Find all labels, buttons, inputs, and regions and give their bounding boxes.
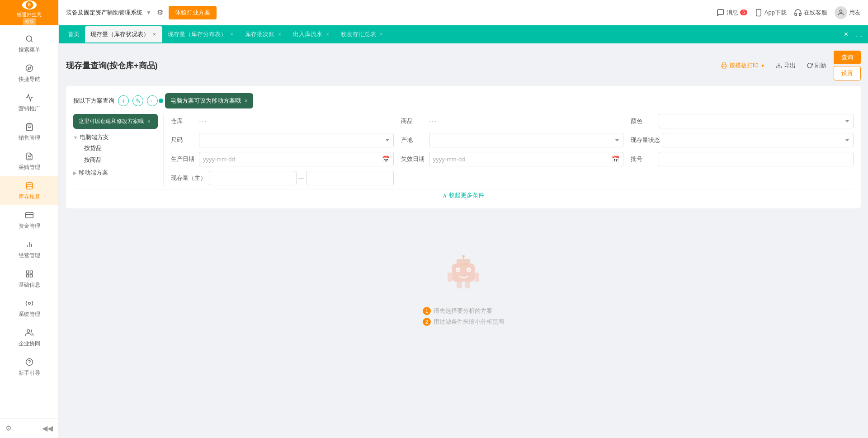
tab-inout-flow[interactable]: 出入库流水 × <box>288 26 335 42</box>
collapse-sidebar-icon[interactable]: ◀◀ <box>42 424 53 433</box>
sidebar-item-guide-label: 新手引导 <box>19 369 40 377</box>
filter-color-select[interactable] <box>659 114 854 128</box>
plan-item-product[interactable]: 按商品 <box>80 154 158 166</box>
filter-left-panel: 这里可以创建和修改方案哦 × ▼ 电脑端方案 按货品 <box>73 114 164 187</box>
marketing-icon <box>24 92 35 103</box>
tabbar-close-all-btn[interactable]: × <box>842 28 850 40</box>
tab-inout-flow-close[interactable]: × <box>325 30 330 38</box>
enterprise-icon <box>24 327 35 338</box>
sidebar-footer: ⚙ ◀◀ <box>0 418 58 438</box>
tab-home[interactable]: 首页 <box>62 26 85 42</box>
tab-batch-account[interactable]: 库存批次账 × <box>240 26 288 42</box>
filter-origin: 产地 <box>401 133 624 147</box>
tab-stock-dist[interactable]: 现存量（库存分布表） × <box>162 26 240 42</box>
topbar: 装备及固定资产辅助管理系统 ▼ ⚙ 体验行业方案 消息 6 App下载 在线客服… <box>59 0 868 25</box>
filter-batch-no-input[interactable] <box>659 152 854 166</box>
sales-icon <box>24 122 35 132</box>
svg-marker-4 <box>28 67 30 70</box>
filter-prod-date-input[interactable]: yyyy-mm-dd 📅 <box>199 152 394 166</box>
app-download-label: App下载 <box>764 9 787 17</box>
tab-stock-status-close[interactable]: × <box>152 30 157 38</box>
filter-stock-status-select[interactable] <box>663 133 854 147</box>
filter-add-btn[interactable]: + <box>118 95 129 106</box>
sidebar-item-system[interactable]: 系统管理 <box>0 293 58 323</box>
user-btn[interactable]: 用友 <box>835 6 861 19</box>
trial-btn[interactable]: 体验行业方案 <box>169 6 217 19</box>
empty-tip-1-text: 请先选择要分析的方案 <box>434 307 492 315</box>
messages-label: 消息 <box>726 9 738 17</box>
collapse-bar[interactable]: ∧ 收起更多条件 <box>73 189 854 201</box>
system-icon <box>24 298 35 309</box>
sidebar-item-nav[interactable]: 快捷导航 <box>0 58 58 88</box>
plan-desktop-label: 电脑端方案 <box>80 133 109 141</box>
tabbar-fullscreen-btn[interactable]: ⛶ <box>854 28 864 40</box>
tab-stock-status-label: 现存量（库存状况表） <box>90 30 149 38</box>
inventory-icon <box>24 180 35 191</box>
filter-stock-qty-sep: — <box>298 175 304 182</box>
refresh-btn[interactable]: 刷新 <box>803 60 830 71</box>
edit-tooltip-close[interactable]: × <box>147 118 151 125</box>
svg-rect-37 <box>457 282 462 288</box>
settings-footer-icon[interactable]: ⚙ <box>5 424 12 433</box>
online-service-label: 在线客服 <box>804 9 827 17</box>
sidebar-item-purchase[interactable]: 采购管理 <box>0 146 58 176</box>
online-service-btn[interactable]: 在线客服 <box>794 9 827 17</box>
svg-rect-27 <box>452 264 475 282</box>
filter-expiry-date-label: 失效日期 <box>401 155 426 163</box>
export-btn[interactable]: 导出 <box>772 60 799 71</box>
management-icon <box>24 239 35 250</box>
plan-tooltip-close[interactable]: × <box>245 98 248 104</box>
filter-warehouse-dots[interactable]: ··· <box>199 117 207 126</box>
tab-stock-dist-close[interactable]: × <box>229 30 234 38</box>
filter-back-btn[interactable]: ← <box>147 95 158 106</box>
plan-desktop[interactable]: ▼ 电脑端方案 <box>73 132 158 142</box>
filter-size: 尺码 <box>171 133 394 147</box>
topbar-gear-icon[interactable]: ⚙ <box>155 6 165 19</box>
filter-size-label: 尺码 <box>171 136 196 144</box>
filter-size-select[interactable] <box>199 133 394 147</box>
plan-mobile-arrow: ▶ <box>73 170 77 175</box>
filter-expiry-date-input[interactable]: yyyy-mm-dd 📅 <box>429 152 624 166</box>
empty-tips: 1 请先选择要分析的方案 2 用过滤条件来缩小分析范围 <box>423 304 504 329</box>
app-download-btn[interactable]: App下载 <box>755 9 787 17</box>
edit-tooltip-text: 这里可以创建和修改方案哦 <box>79 118 144 125</box>
filter-stock-qty-label: 现存量（主） <box>171 174 206 182</box>
plan-mobile[interactable]: ▶ 移动端方案 <box>73 168 158 178</box>
sidebar-item-search-label: 搜索菜单 <box>19 46 40 54</box>
search-btn[interactable]: 查询 <box>834 51 861 64</box>
filter-edit-btn[interactable]: ✎ <box>132 95 143 106</box>
sidebar-item-nav-label: 快捷导航 <box>19 75 40 83</box>
tab-summary[interactable]: 收发存汇总表 × <box>335 26 389 42</box>
export-label: 导出 <box>784 61 796 70</box>
sidebar-item-search[interactable]: 搜索菜单 <box>0 29 58 58</box>
tab-summary-close[interactable]: × <box>379 30 384 38</box>
collapse-arrow: ∧ <box>443 192 447 199</box>
filter-product: 商品 ··· <box>401 114 624 128</box>
sidebar-item-sales[interactable]: 销售管理 <box>0 117 58 146</box>
print-btn[interactable]: 按模板打印 ▼ <box>717 60 769 71</box>
sidebar-item-inventory[interactable]: 库存核算 <box>0 176 58 205</box>
filter-stock-qty-max[interactable] <box>306 171 394 185</box>
logo-badge: 标版 <box>23 18 36 25</box>
messages-btn[interactable]: 消息 6 <box>717 9 747 17</box>
page-actions: 按模板打印 ▼ 导出 刷新 查询 设置 <box>717 51 861 80</box>
filter-stock-status-label: 现存量状态 <box>631 136 660 144</box>
sidebar-item-enterprise[interactable]: 企业协同 <box>0 323 58 352</box>
filter-origin-select[interactable] <box>429 133 624 147</box>
sidebar-item-guide[interactable]: 新手引导 <box>0 352 58 381</box>
tab-stock-status[interactable]: 现存量（库存状况表） × <box>85 26 162 42</box>
filter-product-dots[interactable]: ··· <box>429 117 437 126</box>
plan-item-goods[interactable]: 按货品 <box>80 142 158 154</box>
sidebar-nav: 搜索菜单 快捷导航 营销推广 销售管理 采购管理 <box>0 25 58 418</box>
topbar-left: 装备及固定资产辅助管理系统 ▼ ⚙ 体验行业方案 <box>66 6 217 19</box>
search-icon <box>24 33 35 44</box>
sidebar-item-basics[interactable]: 基础信息 <box>0 264 58 293</box>
filter-main: 仓库 ··· 商品 ··· 颜色 <box>164 114 854 187</box>
sidebar-item-management[interactable]: 经营管理 <box>0 235 58 264</box>
sidebar-item-marketing[interactable]: 营销推广 <box>0 88 58 117</box>
sidebar-item-finance[interactable]: 资金管理 <box>0 205 58 235</box>
set-btn[interactable]: 设置 <box>834 66 861 80</box>
sidebar-item-inventory-label: 库存核算 <box>19 193 40 201</box>
tab-batch-account-close[interactable]: × <box>277 30 282 38</box>
filter-stock-qty-min[interactable] <box>209 171 297 185</box>
